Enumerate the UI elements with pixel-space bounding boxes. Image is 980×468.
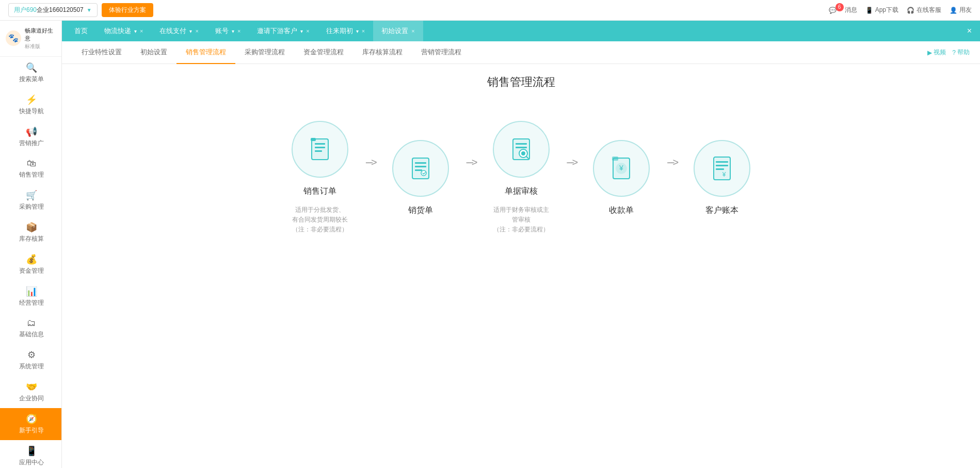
sidebar-item-base[interactable]: 🗂 基础信息 — [0, 313, 61, 344]
svg-rect-7 — [412, 158, 429, 179]
svg-rect-8 — [415, 162, 426, 164]
sidebar-label-purchase: 采购管理 — [19, 202, 44, 211]
sidebar-item-stock[interactable]: 📦 库存核算 — [0, 216, 61, 248]
sidebar-item-apps[interactable]: 📱 应用中心 — [0, 440, 61, 468]
sidebar-label-base: 基础信息 — [19, 330, 44, 339]
sidebar-label-system: 系统管理 — [19, 362, 44, 371]
sidebar-item-guide[interactable]: 🧭 新手引导 — [0, 408, 61, 440]
flow-circle-customer_ledger: ¥ — [694, 140, 750, 197]
sub-tab-sales_flow[interactable]: 销售管理流程 — [176, 41, 235, 64]
nav-tab-label-setup: 初始设置 — [381, 26, 408, 36]
nav-tab-label-account: 账号 — [215, 26, 229, 36]
nav-tab-close-period[interactable]: × — [362, 28, 365, 34]
user-avatar-item[interactable]: 👤 用友 — [950, 6, 972, 14]
svg-rect-24 — [716, 168, 724, 170]
flow-step-sales_invoice: 销货单 — [379, 140, 462, 216]
svg-text:¥: ¥ — [619, 164, 623, 172]
nav-tab-account[interactable]: 账号▾× — [207, 21, 249, 41]
nav-tab-label-period: 往来期初 — [326, 26, 353, 36]
sub-tab-stock_flow[interactable]: 库存核算流程 — [353, 41, 412, 64]
sub-tab-purchase_flow[interactable]: 采购管理流程 — [235, 41, 294, 64]
main-layout: 🐾 畅康道好生意 标准版 🔍 搜索菜单 ⚡ 快捷导航 📢 营销推广 🛍 销售管理… — [0, 21, 980, 468]
nav-tab-period[interactable]: 往来期初▾× — [318, 21, 373, 41]
sidebar-item-marketing[interactable]: 📢 营销推广 — [0, 121, 61, 153]
flow-arrow-3: - - -> — [667, 157, 677, 199]
sub-tab-label-finance_flow: 资金管理流程 — [303, 48, 344, 57]
flow-step-desc-doc_review: 适用于财务审核或主 管审核 （注：非必要流程） — [493, 205, 549, 235]
sidebar-item-search[interactable]: 🔍 搜索菜单 — [0, 57, 61, 89]
sub-tab-industry[interactable]: 行业特性设置 — [72, 41, 131, 64]
user-selector[interactable]: 用户690企业1660120507 ▼ — [8, 3, 98, 17]
flow-circle-receipt: ¥ — [593, 140, 650, 197]
nav-tab-close-logistics[interactable]: × — [140, 28, 143, 34]
close-all-tabs-button[interactable]: × — [963, 26, 976, 36]
flow-step-title-doc_review: 单据审核 — [505, 186, 538, 197]
sidebar-label-stock: 库存核算 — [19, 235, 44, 243]
nav-tab-close-payment[interactable]: × — [195, 28, 198, 34]
nav-tab-payment[interactable]: 在线支付▾× — [151, 21, 206, 41]
nav-tab-arrow-invite: ▾ — [300, 28, 303, 34]
flow-step-title-sales_order: 销售订单 — [303, 186, 336, 197]
sidebar-item-operation[interactable]: 📊 经营管理 — [0, 280, 61, 313]
sub-tab-label-sales_flow: 销售管理流程 — [186, 48, 226, 57]
corp-icon: 🤝 — [26, 381, 37, 393]
nav-tab-arrow-logistics: ▾ — [134, 28, 137, 34]
svg-point-11 — [421, 170, 426, 176]
flow-step-desc-sales_order: 适用于分批发货、 有合同发货周期较长 （注：非必要流程） — [292, 205, 348, 235]
nav-tab-logistics[interactable]: 物流快递▾× — [96, 21, 151, 41]
sidebar-item-system[interactable]: ⚙ 系统管理 — [0, 344, 61, 376]
sub-tab-actions: ▶ 视频 ? 帮助 — [927, 48, 970, 57]
sidebar-item-purchase[interactable]: 🛒 采购管理 — [0, 184, 61, 216]
sidebar-label-apps: 应用中心 — [19, 458, 44, 467]
video-action[interactable]: ▶ 视频 — [927, 48, 946, 57]
top-bar-right: 💬 6 消息 📱 App下载 🎧 在线客服 👤 用友 — [829, 6, 972, 14]
service-label: 在线客服 — [917, 6, 941, 14]
help-icon: ? — [952, 49, 956, 56]
base-icon: 🗂 — [27, 318, 36, 329]
sub-tab-label-marketing_flow: 营销管理流程 — [421, 48, 461, 57]
logo-area: 🐾 畅康道好生意 标准版 — [0, 21, 61, 57]
svg-rect-9 — [415, 166, 426, 167]
flow-step-sales_order: 销售订单适用于分批发货、 有合同发货周期较长 （注：非必要流程） — [279, 121, 361, 235]
help-action[interactable]: ? 帮助 — [952, 48, 970, 57]
svg-rect-14 — [516, 147, 527, 148]
sidebar-label-corp: 企业协同 — [19, 394, 44, 403]
nav-tab-close-invite[interactable]: × — [306, 28, 309, 34]
sub-tab-marketing_flow[interactable]: 营销管理流程 — [412, 41, 471, 64]
apps-icon: 📱 — [26, 445, 37, 457]
nav-tab-close-setup[interactable]: × — [411, 28, 414, 34]
sidebar-label-search: 搜索菜单 — [19, 75, 44, 84]
nav-tab-home[interactable]: 首页 — [66, 21, 96, 41]
sidebar-label-guide: 新手引导 — [19, 426, 44, 435]
svg-rect-13 — [516, 143, 527, 145]
nav-tab-arrow-period: ▾ — [356, 28, 359, 34]
online-service-item[interactable]: 🎧 在线客服 — [907, 6, 941, 14]
nav-tab-close-account[interactable]: × — [237, 28, 240, 34]
svg-rect-23 — [716, 165, 728, 166]
logo-title: 畅康道好生意 — [25, 27, 56, 43]
app-download-item[interactable]: 📱 App下载 — [865, 6, 898, 14]
flow-diagram: 销售订单适用于分批发货、 有合同发货周期较长 （注：非必要流程）- - -> 销… — [72, 121, 970, 235]
sidebar-item-finance[interactable]: 💰 资金管理 — [0, 248, 61, 280]
flow-step-title-sales_invoice: 销货单 — [408, 205, 433, 216]
sidebar: 🐾 畅康道好生意 标准版 🔍 搜索菜单 ⚡ 快捷导航 📢 营销推广 🛍 销售管理… — [0, 21, 62, 468]
system-icon: ⚙ — [27, 349, 36, 361]
nav-tab-invite[interactable]: 邀请下游客户▾× — [249, 21, 317, 41]
trial-button[interactable]: 体验行业方案 — [102, 3, 153, 17]
sidebar-item-corp[interactable]: 🤝 企业协同 — [0, 376, 61, 408]
sub-tab-initial[interactable]: 初始设置 — [131, 41, 176, 64]
svg-rect-3 — [315, 143, 325, 145]
svg-rect-5 — [315, 150, 322, 152]
message-item[interactable]: 💬 6 消息 — [829, 6, 857, 14]
nav-tab-label-logistics: 物流快递 — [104, 26, 131, 36]
flow-step-doc_review: 单据审核适用于财务审核或主 管审核 （注：非必要流程） — [480, 121, 563, 235]
sidebar-item-quick[interactable]: ⚡ 快捷导航 — [0, 89, 61, 121]
flow-arrow-0: - - -> — [365, 157, 375, 199]
page-content: 销售管理流程 销售订单适用于分批发货、 有合同发货周期较长 （注：非必要流程）-… — [62, 64, 980, 468]
play-icon: ▶ — [927, 49, 932, 56]
nav-tab-setup[interactable]: 初始设置× — [373, 21, 423, 41]
sidebar-item-sales[interactable]: 🛍 销售管理 — [0, 153, 61, 184]
nav-tab-arrow-payment: ▾ — [189, 28, 192, 34]
sales-icon: 🛍 — [27, 158, 36, 169]
sub-tab-finance_flow[interactable]: 资金管理流程 — [294, 41, 353, 64]
